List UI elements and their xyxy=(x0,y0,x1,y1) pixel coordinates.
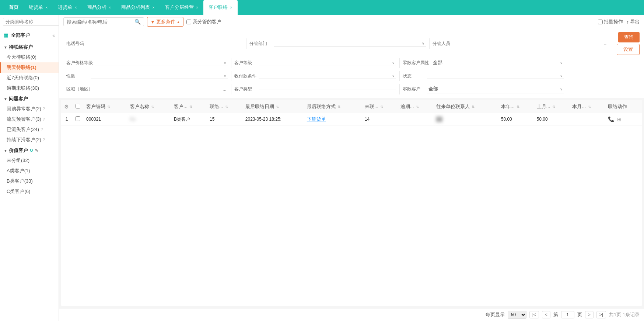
dept-select[interactable]: ∨ xyxy=(274,41,426,46)
last-page-button[interactable]: >| xyxy=(596,311,606,318)
my-customers-checkbox-area[interactable]: 我分管的客户 xyxy=(186,18,221,25)
sidebar-item-class-a[interactable]: A类客户(1) xyxy=(0,166,59,176)
group-title-problem[interactable]: ▼ 问题客户 xyxy=(0,93,59,104)
td-type: B类客户 xyxy=(171,113,207,125)
nav-product-analysis[interactable]: 商品分析× xyxy=(82,0,116,15)
td-this-month xyxy=(569,113,605,125)
phone-label: 电话号码 xyxy=(66,41,88,47)
sort-icon[interactable]: ⇅ xyxy=(151,105,154,109)
nav-product-analysis-list[interactable]: 商品分析列表× xyxy=(116,0,160,15)
close-icon[interactable]: × xyxy=(45,5,48,10)
help-icon[interactable]: ? xyxy=(43,107,45,111)
search-icon[interactable]: 🔍 xyxy=(134,19,141,25)
sidebar-item-class-c[interactable]: C类客户(6) xyxy=(0,186,59,197)
col-this-month-label: 本月... xyxy=(572,104,586,109)
close-icon[interactable]: × xyxy=(152,5,154,10)
filter-retail-attr: 零散客户属性 全部 ∨ xyxy=(400,57,567,69)
batch-checkbox[interactable] xyxy=(598,20,603,24)
person-label: 分管人员 xyxy=(433,41,455,47)
payment-select[interactable]: ∨ xyxy=(259,73,396,79)
sort-icon[interactable]: ⇅ xyxy=(552,105,555,109)
sidebar-item-declining[interactable]: 持续下滑客户(2) ? xyxy=(0,135,59,145)
nav-home[interactable]: 首页 xyxy=(4,0,24,15)
batch-operation-button[interactable]: 批量操作 xyxy=(598,18,623,25)
filter-customer-type: 客户类型 xyxy=(231,84,399,94)
th-last-month: 上月... ⇅ xyxy=(534,100,570,113)
prev-page-button[interactable]: < xyxy=(542,311,550,318)
close-icon[interactable]: × xyxy=(74,5,77,10)
sort-icon[interactable]: ⇅ xyxy=(517,105,519,109)
sidebar-search-input[interactable] xyxy=(3,18,59,26)
price-grade-select[interactable]: ∨ xyxy=(95,60,228,66)
level-select[interactable]: ∨ xyxy=(259,60,396,66)
col-last-way-label: 最后联络方式 xyxy=(307,104,336,109)
col-this-year-label: 本年... xyxy=(501,104,515,109)
close-icon[interactable]: × xyxy=(196,5,198,10)
sort-icon[interactable]: ⇅ xyxy=(189,105,192,109)
export-button[interactable]: ↑ 导出 xyxy=(627,18,640,25)
sort-icon[interactable]: ⇅ xyxy=(276,105,279,109)
ellipsis-icon[interactable]: ... xyxy=(602,40,609,47)
retail2-select[interactable]: 全部 ∨ xyxy=(427,85,564,93)
last-contact-way-link[interactable]: 下销货单 xyxy=(307,116,326,122)
select-all-checkbox[interactable] xyxy=(76,104,80,108)
help-icon[interactable]: ? xyxy=(41,127,43,132)
close-icon[interactable]: × xyxy=(230,5,232,10)
search-input[interactable] xyxy=(67,19,133,25)
settings-button[interactable]: 设置 xyxy=(617,44,640,55)
chevron-down-icon: ∨ xyxy=(392,61,395,65)
query-button[interactable]: 查询 xyxy=(618,32,640,42)
help-icon[interactable]: ? xyxy=(43,117,45,121)
nature-select[interactable]: ∨ xyxy=(91,73,228,79)
sort-icon[interactable]: ⇅ xyxy=(416,105,419,109)
close-icon[interactable]: × xyxy=(109,5,111,10)
edit-icon[interactable]: ✎ xyxy=(35,148,38,153)
th-overdue: 逾期... ⇅ xyxy=(398,100,433,113)
nav-purchase-order[interactable]: 进货单× xyxy=(53,0,82,15)
sort-icon[interactable]: ⇅ xyxy=(472,105,475,109)
nav-sales-order[interactable]: 销货单× xyxy=(24,0,53,15)
sidebar-item-tomorrow[interactable]: 明天待联络(1) xyxy=(0,62,59,73)
customer-type-select[interactable] xyxy=(259,88,396,90)
first-page-button[interactable]: |< xyxy=(529,311,539,318)
th-last-date: 最后联络日期 ⇅ xyxy=(242,100,304,113)
td-num: 1 xyxy=(61,113,72,125)
sidebar-item-today[interactable]: 今天待联络(0) xyxy=(0,52,59,62)
phone-icon[interactable]: 📞 xyxy=(608,116,614,122)
sidebar-item-class-b[interactable]: B类客户(33) xyxy=(0,176,59,186)
nav-customer-contact[interactable]: 客户联络× xyxy=(203,0,237,15)
my-customers-checkbox[interactable] xyxy=(186,20,191,24)
sort-icon[interactable]: ⇅ xyxy=(107,105,110,109)
retail-attr-select[interactable]: 全部 ∨ xyxy=(431,59,564,67)
phone-input[interactable] xyxy=(91,40,243,47)
col-action-label: 联络动作 xyxy=(608,104,627,109)
page-input[interactable] xyxy=(561,311,574,318)
group-title-value[interactable]: ▼ 价值客户 ↻ ✎ xyxy=(0,145,59,155)
per-page-select[interactable]: 50 100 200 xyxy=(508,311,526,319)
ellipsis-icon[interactable]: ... xyxy=(221,86,228,93)
collapse-icon[interactable]: « xyxy=(52,33,55,38)
nav-customer-tier[interactable]: 客户分层经营× xyxy=(160,0,203,15)
grid-icon[interactable]: ⊞ xyxy=(617,116,622,122)
row-checkbox[interactable] xyxy=(76,116,80,121)
next-page-button[interactable]: > xyxy=(585,311,594,318)
sort-icon[interactable]: ⇅ xyxy=(337,105,340,109)
sort-icon[interactable]: ⇅ xyxy=(225,105,228,109)
group-title-pending[interactable]: ▼ 待联络客户 xyxy=(0,42,59,52)
sidebar-item-abnormal[interactable]: 回购异常客户(2) ? xyxy=(0,104,59,114)
more-filter-button[interactable]: ▼ 更多条件 ▲ xyxy=(147,17,183,27)
sidebar-item-ungroup[interactable]: 未分组(32) xyxy=(0,155,59,166)
sidebar-item-overdue[interactable]: 逾期未联络(30) xyxy=(0,83,59,93)
sort-icon[interactable]: ⇅ xyxy=(380,105,383,109)
help-icon[interactable]: ? xyxy=(43,138,45,142)
sidebar-item-7days[interactable]: 近7天待联络(0) xyxy=(0,73,59,83)
sidebar-item-churn-warn[interactable]: 流失预警客户(3) ? xyxy=(0,114,59,124)
sort-icon[interactable]: ⇅ xyxy=(588,105,591,109)
chevron-down-icon: ∨ xyxy=(392,74,395,78)
gear-icon[interactable]: ⚙ xyxy=(64,104,69,110)
refresh-icon[interactable]: ↻ xyxy=(29,148,33,153)
status-select[interactable]: ∨ xyxy=(427,73,564,79)
search-box[interactable]: 🔍 xyxy=(63,17,144,26)
sidebar-item-churned[interactable]: 已流失客户(24) ? xyxy=(0,124,59,135)
sidebar-all-customers[interactable]: ▦ 全部客户 « xyxy=(0,29,59,42)
